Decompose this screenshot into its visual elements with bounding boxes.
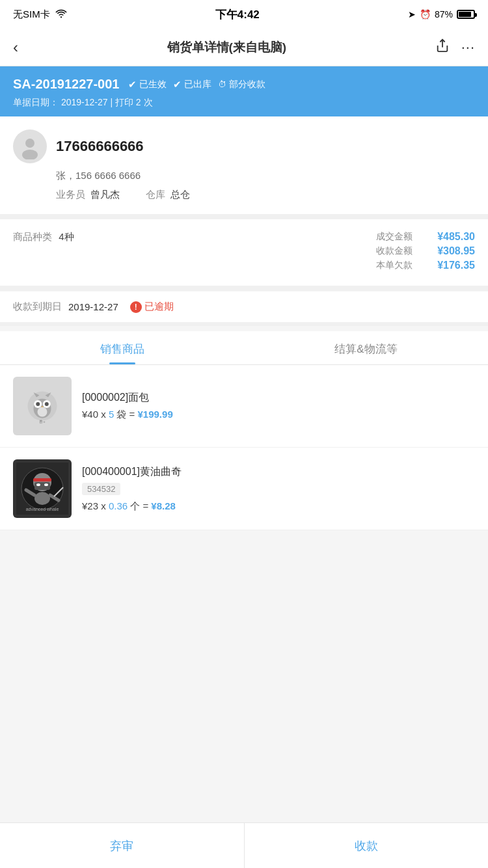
nav-actions: ··· xyxy=(435,38,475,56)
clock-icon: ⏱ xyxy=(218,79,226,89)
svg-point-20 xyxy=(36,483,40,486)
location-icon: ➤ xyxy=(408,9,416,20)
badge-effective: ✔ 已生效 xyxy=(128,79,167,90)
overdue-icon: ! xyxy=(130,301,142,313)
status-right: ➤ ⏰ 87% xyxy=(408,9,475,20)
svg-point-8 xyxy=(36,402,40,406)
product-name-1: [0000002]面包 xyxy=(82,391,475,405)
product-type-label: 商品种类 xyxy=(13,231,52,242)
product-total-2: ¥8.28 xyxy=(151,500,176,511)
more-icon[interactable]: ··· xyxy=(461,39,475,56)
svg-text:兽+: 兽+ xyxy=(39,420,46,424)
debt-row: 本单欠款 ¥176.35 xyxy=(376,260,475,271)
salesman-value: 曾凡杰 xyxy=(90,189,120,200)
list-item: advanced whale [000400001]黄油曲奇 534532 ¥2… xyxy=(0,448,488,530)
status-left: 无SIM卡 xyxy=(13,8,67,21)
list-item: 兽+ [0000002]面包 ¥40 x 5 袋 = ¥199.99 xyxy=(0,365,488,448)
product-qty-2: 0.36 xyxy=(109,500,128,511)
divider-3 xyxy=(0,322,488,326)
alarm-icon: ⏰ xyxy=(420,9,431,20)
summary-section: 商品种类 4种 成交金额 ¥485.30 收款金额 ¥308.95 本单欠款 ¥… xyxy=(0,219,488,286)
carrier-label: 无SIM卡 xyxy=(13,8,50,21)
warehouse-label: 仓库 xyxy=(146,189,165,200)
customer-id: 17666666666 xyxy=(56,138,144,155)
overdue-badge: ! 已逾期 xyxy=(130,301,174,313)
svg-point-22 xyxy=(34,492,50,505)
summary-left: 商品种类 4种 xyxy=(13,231,74,245)
separator: | xyxy=(110,97,115,107)
product-price-2: ¥23 x 0.36 个 = ¥8.28 xyxy=(82,500,475,513)
nav-bar: ‹ 销货单详情(来自电脑) ··· xyxy=(0,29,488,66)
check-icon-effective: ✔ xyxy=(128,79,137,90)
svg-rect-18 xyxy=(33,478,51,481)
tab-settlement[interactable]: 结算&物流等 xyxy=(244,331,488,364)
status-time: 下午4:42 xyxy=(215,7,260,22)
debt-label: 本单欠款 xyxy=(376,260,413,271)
product-type-count: 4种 xyxy=(59,231,74,242)
warehouse-item: 仓库 总仓 xyxy=(146,189,190,201)
amount-label: 成交金额 xyxy=(376,231,413,243)
product-total-1: ¥199.99 xyxy=(138,409,173,420)
amount-value: ¥485.30 xyxy=(423,231,475,243)
cancel-button[interactable]: 弃审 xyxy=(0,823,245,868)
divider-1 xyxy=(0,214,488,219)
order-id: SA-20191227-001 xyxy=(13,77,119,92)
product-type-item: 商品种类 4种 xyxy=(13,231,74,243)
tabs-section: 销售商品 结算&物流等 xyxy=(0,331,488,365)
warehouse-value: 总仓 xyxy=(170,189,190,200)
due-date-label: 收款到期日 xyxy=(13,301,62,313)
wifi-icon xyxy=(55,9,67,20)
svg-point-13 xyxy=(38,407,47,417)
debt-value: ¥176.35 xyxy=(423,260,475,271)
battery-icon xyxy=(457,10,475,19)
amount-row: 成交金额 ¥485.30 xyxy=(376,231,475,243)
badge-shipped: ✔ 已出库 xyxy=(173,79,211,90)
received-label: 收款金额 xyxy=(376,245,413,257)
product-thumb-2: advanced whale xyxy=(13,459,72,518)
summary-right: 成交金额 ¥485.30 收款金额 ¥308.95 本单欠款 ¥176.35 xyxy=(376,231,475,274)
product-name-2: [000400001]黄油曲奇 xyxy=(82,465,475,479)
svg-point-2 xyxy=(25,139,34,148)
battery-percent: 87% xyxy=(435,9,453,20)
confirm-button[interactable]: 收款 xyxy=(245,823,489,868)
date-label: 单据日期： xyxy=(13,97,59,107)
page-title: 销货单详情(来自电脑) xyxy=(167,39,287,56)
products-list: 兽+ [0000002]面包 ¥40 x 5 袋 = ¥199.99 xyxy=(0,365,488,530)
print-info: 打印 2 次 xyxy=(115,97,153,107)
received-value: ¥308.95 xyxy=(423,245,475,257)
avatar xyxy=(13,129,47,163)
due-section: 收款到期日 2019-12-27 ! 已逾期 xyxy=(0,292,488,322)
share-icon[interactable] xyxy=(435,38,450,56)
salesman-item: 业务员 曾凡杰 xyxy=(56,189,120,201)
header-banner: SA-20191227-001 ✔ 已生效 ✔ 已出库 ⏱ 部分收款 单据日期：… xyxy=(0,66,488,116)
svg-point-9 xyxy=(45,402,49,406)
product-thumb-1: 兽+ xyxy=(13,377,72,435)
overdue-text: 已逾期 xyxy=(144,301,174,313)
divider-2 xyxy=(0,286,488,291)
customer-top: 17666666666 xyxy=(13,129,475,163)
customer-meta: 业务员 曾凡杰 仓库 总仓 xyxy=(13,189,475,201)
badge-payment: ⏱ 部分收款 xyxy=(218,79,265,90)
bottom-bar: 弃审 收款 xyxy=(0,822,488,868)
check-icon-shipped: ✔ xyxy=(173,79,182,90)
status-bar: 无SIM卡 下午4:42 ➤ ⏰ 87% xyxy=(0,0,488,29)
product-batch-2: 534532 xyxy=(82,483,120,495)
order-date: 2019-12-27 xyxy=(61,97,108,107)
salesman-label: 业务员 xyxy=(56,189,85,200)
svg-rect-19 xyxy=(34,482,50,490)
product-info-2: [000400001]黄油曲奇 534532 ¥23 x 0.36 个 = ¥8… xyxy=(82,465,475,513)
product-info-1: [0000002]面包 ¥40 x 5 袋 = ¥199.99 xyxy=(82,391,475,421)
svg-point-21 xyxy=(44,483,48,486)
product-qty-1: 5 xyxy=(109,409,114,420)
customer-section: 17666666666 张，156 6666 6666 业务员 曾凡杰 仓库 总… xyxy=(0,116,488,214)
back-button[interactable]: ‹ xyxy=(13,38,18,57)
svg-text:advanced whale: advanced whale xyxy=(26,507,59,511)
customer-contact: 张，156 6666 6666 xyxy=(13,170,475,182)
tab-products[interactable]: 销售商品 xyxy=(0,331,244,364)
status-badges: ✔ 已生效 ✔ 已出库 ⏱ 部分收款 xyxy=(128,79,265,90)
due-date-value: 2019-12-27 xyxy=(68,301,118,312)
order-date-info: 单据日期： 2019-12-27 | 打印 2 次 xyxy=(13,97,475,109)
received-row: 收款金额 ¥308.95 xyxy=(376,245,475,257)
product-price-1: ¥40 x 5 袋 = ¥199.99 xyxy=(82,409,475,421)
